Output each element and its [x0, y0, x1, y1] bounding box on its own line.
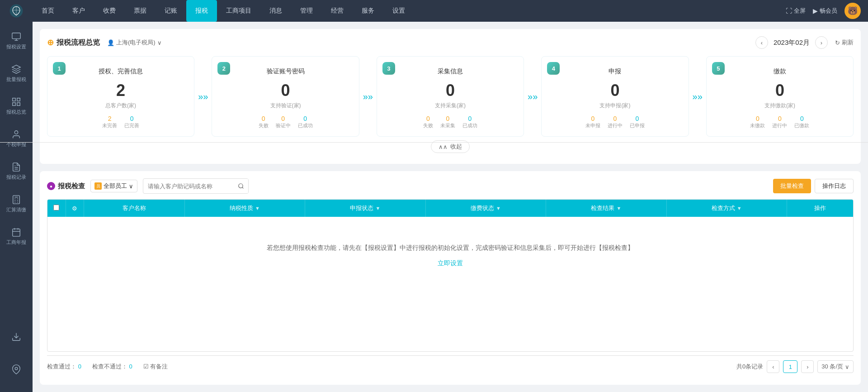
org-selector[interactable]: 👤 上海(电子税局) ∨	[107, 38, 162, 47]
sidebar-item-tax-settings[interactable]: 报税设置	[0, 25, 33, 56]
chevron-down-icon: ∨	[157, 39, 162, 46]
employee-filter[interactable]: 员 全部员工 ∨	[90, 180, 137, 192]
per-page-dropdown-icon: ∨	[845, 363, 849, 370]
nav-management[interactable]: 管理	[291, 0, 322, 22]
stat-complete: 0 已完善	[124, 115, 139, 129]
step-count-3: 0	[446, 81, 455, 100]
sidebar-item-batch-tax[interactable]: 批量报税	[0, 58, 33, 89]
sidebar-item-annual-report[interactable]: 工商年报	[0, 221, 33, 252]
person-icon	[11, 129, 22, 140]
nav-message[interactable]: 消息	[260, 0, 291, 22]
search-input[interactable]	[143, 181, 234, 192]
next-month-button[interactable]: ›	[815, 36, 828, 49]
stat-val-inprogress-5: 0	[772, 115, 787, 122]
stat-verifying-2: 0 验证中	[276, 115, 291, 129]
stat-val-incomplete: 2	[102, 115, 117, 122]
sidebar-item-tax-records[interactable]: 报税记录	[0, 156, 33, 186]
sidebar-item-settlement[interactable]: 汇算清缴	[0, 188, 33, 219]
sidebar-item-tax-overview[interactable]: 报税总览	[0, 91, 33, 121]
operation-log-button[interactable]: 操作日志	[815, 179, 854, 193]
table-empty-row: 若您想使用报税检查功能，请先在【报税设置】中进行报税的初始化设置，完成密码验证和…	[47, 217, 853, 295]
flow-step-3: 3 采集信息 0 支持采集(家) 0 失败 0 未采集	[377, 56, 524, 137]
arrow-4-5: »»	[689, 91, 706, 102]
filter-icon-2[interactable]: ▼	[375, 206, 380, 211]
stat-val-verifying-2: 0	[276, 115, 291, 122]
member-button[interactable]: ▶ 畅会员	[813, 7, 837, 15]
step-count-4: 0	[610, 81, 619, 100]
stat-val-uncollected-3: 0	[440, 115, 455, 122]
stat-val-paid-5: 0	[794, 115, 809, 122]
video-icon: ▶	[813, 7, 818, 14]
sidebar-label-tax-settings: 报税设置	[6, 44, 26, 50]
stat-val-unreported-4: 0	[585, 115, 600, 122]
select-all-checkbox[interactable]	[53, 205, 59, 210]
stat-success-3: 0 已成功	[462, 115, 477, 129]
batch-check-button[interactable]: 批量检查	[773, 179, 811, 193]
nav-right-section: ⛶ 全屏 ▶ 畅会员 🐻	[786, 3, 868, 19]
dropdown-icon: ∨	[129, 183, 133, 190]
filter-icon-4[interactable]: ▼	[616, 206, 621, 211]
stat-val-unpaid-5: 0	[750, 115, 765, 122]
nav-settings[interactable]: 设置	[383, 0, 414, 22]
check-circle-icon: ●	[47, 182, 55, 190]
next-page-button[interactable]: ›	[801, 360, 814, 373]
nav-tax[interactable]: 报税	[186, 0, 217, 22]
filter-icon-1[interactable]: ▼	[255, 206, 260, 211]
svg-line-27	[242, 187, 244, 189]
sidebar-label-batch-tax: 批量报税	[6, 76, 26, 82]
refresh-button[interactable]: ↻ 刷新	[835, 38, 854, 47]
grid-icon	[11, 96, 22, 107]
fullscreen-button[interactable]: ⛶ 全屏	[786, 7, 806, 15]
has-note-filter[interactable]: ☑ 有备注	[143, 363, 168, 371]
prev-month-button[interactable]: ‹	[755, 36, 768, 49]
stat-label-fail-2: 失败	[259, 122, 269, 129]
section-title: ● 报税检查	[47, 182, 85, 191]
sidebar-item-location[interactable]	[0, 354, 33, 385]
filter-icon-5[interactable]: ▼	[737, 206, 742, 211]
table-empty-cell: 若您想使用报税检查功能，请先在【报税设置】中进行报税的初始化设置，完成密码验证和…	[47, 217, 853, 295]
nav-service[interactable]: 服务	[353, 0, 383, 22]
overview-header: ⊕ 报税流程总览 👤 上海(电子税局) ∨ ‹ 2023年02月 › ↻	[47, 36, 854, 49]
step-stats-1: 2 未完善 0 已完善	[102, 115, 139, 129]
search-box	[143, 178, 249, 194]
stat-label-incomplete: 未完善	[102, 122, 117, 129]
action-buttons: 批量检查 操作日志	[773, 179, 854, 193]
settings-icon[interactable]: ⚙	[72, 205, 77, 212]
nav-customer[interactable]: 客户	[63, 0, 94, 22]
nav-operation[interactable]: 经营	[322, 0, 353, 22]
nav-invoice[interactable]: 票据	[125, 0, 156, 22]
step-num-1: 1	[53, 62, 66, 75]
stat-label-unpaid-5: 未缴款	[750, 122, 765, 129]
empty-state: 若您想使用报税检查功能，请先在【报税设置】中进行报税的初始化设置，完成密码验证和…	[47, 217, 853, 295]
nav-items-list: 首页 客户 收费 票据 记账 报税 工商项目 消息 管理 经营 服务 设置	[33, 0, 786, 22]
nav-accounting[interactable]: 记账	[156, 0, 186, 22]
setup-link[interactable]: 立即设置	[438, 259, 463, 268]
monitor-icon	[11, 31, 22, 42]
nav-home[interactable]: 首页	[33, 0, 63, 22]
member-label: 畅会员	[820, 7, 837, 15]
stat-label-fail-3: 失败	[423, 122, 433, 129]
search-button[interactable]	[234, 179, 248, 193]
sidebar-item-download[interactable]	[0, 321, 33, 352]
arrow-1-2: »»	[194, 91, 212, 102]
nav-business[interactable]: 工商项目	[217, 0, 260, 22]
step-title-4: 申报	[609, 67, 621, 76]
step-title-1: 授权、完善信息	[99, 67, 143, 76]
svg-rect-8	[13, 103, 15, 105]
stat-val-fail-2: 0	[259, 115, 269, 122]
step-subtitle-1: 总客户数(家)	[105, 102, 136, 110]
footer-pagination: 共0条记录 ‹ 1 › 30 条/页 ∨	[736, 360, 854, 373]
nav-fee[interactable]: 收费	[94, 0, 125, 22]
check-fail-value[interactable]: 0	[129, 363, 132, 370]
map-pin-icon	[11, 364, 22, 375]
per-page-selector[interactable]: 30 条/页 ∨	[817, 360, 854, 373]
first-page-button[interactable]: ‹	[767, 360, 779, 373]
header-check-result-text: 检查结果	[591, 204, 614, 212]
user-avatar[interactable]: 🐻	[844, 3, 861, 19]
sidebar-item-personal-tax[interactable]: 个税申报	[0, 123, 33, 154]
filter-icon-3[interactable]: ▼	[496, 206, 501, 211]
org-name: 上海(电子税局)	[116, 38, 156, 47]
calculator-icon	[11, 194, 22, 205]
sidebar: 报税设置 批量报税 报税总览 个税申报 报税记录	[0, 22, 33, 392]
check-pass-value[interactable]: 0	[78, 363, 81, 370]
